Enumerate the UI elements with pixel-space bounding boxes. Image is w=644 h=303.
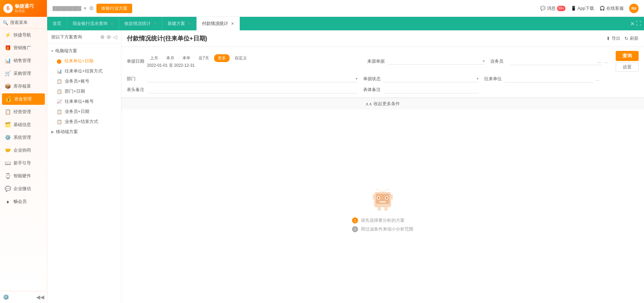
sidebar-item-sales[interactable]: 📊 销售管理 (0, 54, 47, 67)
collapse-sidebar-btn[interactable]: ◀◀ (36, 294, 44, 300)
tab-payment-close-icon[interactable]: ✕ (231, 22, 234, 26)
settings-footer-btn[interactable]: ⚙️ (3, 294, 9, 300)
close-all-tabs-btn[interactable]: ✕ (630, 21, 635, 27)
sidebar-item-enterprise[interactable]: 🤝 企业协同 (0, 144, 47, 157)
body-remark-input[interactable] (383, 86, 479, 93)
dept-arrow-icon: ▾ (356, 77, 358, 81)
scheme-group-mobile-title[interactable]: ▶ 移动端方案 (47, 127, 121, 137)
status-select[interactable]: ▾ (383, 75, 479, 82)
sidebar-footer: ⚙️ ◀◀ (0, 291, 47, 303)
this-month-btn[interactable]: 本月 (163, 54, 177, 62)
sidebar-item-label: 智能硬件 (13, 173, 31, 179)
dropdown-arrow-icon[interactable]: ▾ (84, 6, 86, 11)
sidebar-item-system[interactable]: ⚙️ 系统管理 (0, 131, 47, 144)
query-btn[interactable]: 查询 (616, 51, 639, 61)
svg-rect-9 (378, 207, 381, 211)
sidebar-item-marketing[interactable]: 🎁 营销推广 (0, 41, 47, 54)
staff-input[interactable] (510, 58, 602, 65)
hint-item-2: 2 用过滤条件来缩小分析范围 (352, 226, 413, 232)
tab-new-label: 新建方案 (168, 21, 185, 27)
svg-point-5 (386, 197, 388, 199)
sidebar-item-purchase[interactable]: 🛒 采购管理 (0, 67, 47, 80)
maximize-btn[interactable]: ⛶ (636, 21, 641, 27)
sidebar-item-wechat[interactable]: 💬 企业微信 (0, 182, 47, 195)
header-remark-input[interactable] (147, 86, 358, 93)
refresh-icon: ↻ (624, 36, 628, 41)
source-select[interactable]: ▾ (387, 58, 485, 65)
last-7days-btn[interactable]: 近7天 (196, 54, 212, 62)
topbar-settings-icon[interactable]: ⚙ (89, 5, 94, 11)
scheme-item-dept-date[interactable]: 📋 部门+日期 (47, 86, 121, 96)
content-area: 按以下方案查询 ⊕ ⊛ ◁ ▾ 电脑端方案 ⬤ 往来单位+日期 (47, 30, 644, 303)
scheme-item-staff-date[interactable]: 📋 业务员+日期 (47, 107, 121, 117)
tab-new-close-icon[interactable]: ✕ (188, 22, 191, 26)
tab-income-label: 收款情况统计 (124, 21, 151, 27)
svg-line-12 (383, 189, 389, 192)
main-area: ██████████ ▾ ⚙ 体验行业方案 💬 消息 99+ 📱 App下载 🎧… (47, 0, 644, 303)
filter-status: 单据状态 ▾ (363, 75, 479, 82)
user-avatar[interactable]: Rit (629, 4, 639, 13)
sidebar-item-label: 采购管理 (13, 70, 31, 77)
filter-dept: 部门 ▾ (127, 75, 358, 82)
tab-income-close-icon[interactable]: ✕ (153, 22, 156, 26)
search-menu[interactable]: 🔍 搜索菜单 (0, 17, 47, 29)
collapse-more-btn[interactable]: ∧∧ 收起更多条件 (121, 98, 644, 110)
scheme-item-partner-account[interactable]: 📈 往来单位+账号 (47, 96, 121, 107)
svg-line-11 (376, 189, 383, 192)
dept-select[interactable]: ▾ (146, 75, 358, 82)
last-month-btn[interactable]: 上月 (147, 54, 161, 62)
edit-scheme-btn[interactable]: ⊛ (107, 34, 111, 40)
tab-home[interactable]: 首页 (47, 17, 67, 30)
sidebar-item-guide[interactable]: 📖 新手引导 (0, 157, 47, 170)
sidebar-item-hardware[interactable]: ⌚ 智能硬件 (0, 170, 47, 182)
staff-more-btn[interactable]: ... (604, 59, 608, 64)
scheme-item-partner-settle[interactable]: 📊 往来单位+结算方式 (47, 66, 121, 76)
sidebar-item-basic[interactable]: 🗂️ 基础信息 (0, 118, 47, 131)
tab-bank-close-icon[interactable]: ✕ (110, 22, 113, 26)
sidebar-item-inventory[interactable]: 📦 库存核算 (0, 80, 47, 93)
sidebar-item-capital[interactable]: 💰 资金管理 (2, 93, 45, 105)
sidebar-item-member[interactable]: ♦️ 畅会员 (0, 195, 47, 208)
filter-row-2: 部门 ▾ 单据状态 ▾ 往来单位 (127, 75, 639, 83)
sidebar-item-operation[interactable]: 📋 经营管理 (0, 105, 47, 118)
scheme-group-pc-title[interactable]: ▾ 电脑端方案 (47, 46, 121, 56)
settings-btn[interactable]: 设置 (616, 62, 639, 72)
collapse-panel-btn[interactable]: ◁ (113, 34, 117, 40)
online-service-btn[interactable]: 🎧 在线客服 (599, 5, 624, 11)
scheme-item-label: 业务员+日期 (65, 109, 89, 115)
trial-btn[interactable]: 体验行业方案 (96, 4, 132, 13)
capital-icon: 💰 (5, 96, 11, 102)
page-header: 付款情况统计(往来单位+日期) ⬆ 导出 ↻ 刷新 (121, 30, 644, 47)
sidebar-item-label: 经营管理 (13, 109, 31, 115)
messages-btn[interactable]: 💬 消息 99+ (540, 5, 565, 11)
svg-point-4 (378, 197, 380, 199)
this-year-btn[interactable]: 本年 (179, 54, 194, 62)
tab-payment[interactable]: 付款情况统计 ✕ (197, 17, 240, 30)
custom-date-btn[interactable]: 自定义 (232, 54, 250, 62)
scheme-panel: 按以下方案查询 ⊕ ⊛ ◁ ▾ 电脑端方案 ⬤ 往来单位+日期 (47, 30, 121, 303)
sidebar-logo: 6 畅捷通巧 标准版 (0, 0, 47, 17)
tab-income[interactable]: 收款情况统计 ✕ (119, 17, 162, 30)
topbar-left: ██████████ ▾ ⚙ 体验行业方案 (53, 4, 537, 13)
empty-hints: 1 请先选择要分析的方案 2 用过滤条件来缩小分析范围 (352, 217, 413, 232)
scheme-item-staff-account[interactable]: 📋 业务员+账号 (47, 76, 121, 86)
scheme-item-staff-settle[interactable]: 📋 业务员+结算方式 (47, 117, 121, 127)
refresh-btn[interactable]: ↻ 刷新 (624, 35, 639, 41)
sidebar-item-quick[interactable]: ⚡ 快捷导航 (0, 29, 47, 41)
scheme-linechart-icon: 📈 (57, 99, 62, 104)
partner-more-btn[interactable]: ... (596, 77, 599, 82)
tab-new[interactable]: 新建方案 ✕ (162, 17, 197, 30)
scheme-item-partner-date[interactable]: ⬤ 往来单位+日期 (47, 56, 121, 66)
app-download-btn[interactable]: 📱 App下载 (571, 5, 594, 11)
tab-bank[interactable]: 现金银行流水查询 ✕ (67, 17, 119, 30)
scheme-list: ▾ 电脑端方案 ⬤ 往来单位+日期 📊 往来单位+结算方式 📋 业务员+账号 (47, 44, 121, 303)
guide-icon: 📖 (5, 160, 11, 166)
empty-svg (366, 180, 400, 214)
filter-staff: 业务员 ... (490, 58, 608, 65)
message-label: 消息 (547, 5, 556, 11)
more-date-btn[interactable]: 更多 (214, 54, 230, 62)
partner-input[interactable] (504, 75, 593, 83)
collapse-icon: ▾ (51, 49, 53, 53)
add-scheme-btn[interactable]: ⊕ (100, 34, 105, 40)
export-btn[interactable]: ⬆ 导出 (606, 35, 620, 41)
